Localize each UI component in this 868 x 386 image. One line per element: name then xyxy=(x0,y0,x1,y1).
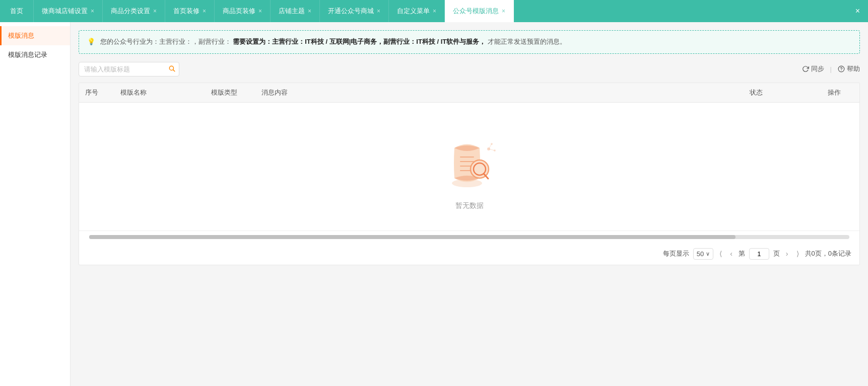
sync-label: 同步 xyxy=(811,64,824,73)
content-area: 💡 您的公众号行业为：主营行业：，副营行业： 需要设置为：主营行业：IT科技 /… xyxy=(71,22,868,386)
tab-label: 公众号模版消息 xyxy=(453,7,499,16)
tab-close-icon[interactable]: × xyxy=(308,8,311,15)
search-right: 同步 | 帮助 xyxy=(802,64,860,73)
table-wrap: 序号 模版名称 模版类型 消息内容 状态 操作 xyxy=(79,83,860,265)
tab-label: 首页装修 xyxy=(173,7,199,16)
total-text: 共0页，0条记录 xyxy=(805,249,851,258)
notice-icon: 💡 xyxy=(87,38,95,45)
search-input-wrap xyxy=(79,62,179,76)
help-button[interactable]: 帮助 xyxy=(838,64,860,73)
sync-button[interactable]: 同步 xyxy=(802,64,824,73)
sidebar-item-label: 模版消息 xyxy=(8,32,34,39)
next-page-button[interactable]: › xyxy=(784,249,790,259)
notice-box: 💡 您的公众号行业为：主营行业：，副营行业： 需要设置为：主营行业：IT科技 /… xyxy=(79,30,860,54)
sidebar-item-template-msg[interactable]: 模版消息 xyxy=(0,26,70,45)
sidebar: 模版消息 模版消息记录 xyxy=(0,22,71,386)
tab-home-decor[interactable]: 首页装修 × xyxy=(165,0,215,22)
tab-product-decor[interactable]: 商品页装修 × xyxy=(215,0,271,22)
tab-label: 微商城店铺设置 xyxy=(42,7,88,16)
th-type: 模版类型 xyxy=(205,88,255,97)
tab-product-category[interactable]: 商品分类设置 × xyxy=(103,0,165,22)
chevron-down-icon: ∨ xyxy=(706,251,710,257)
close-all-button[interactable]: × xyxy=(847,7,868,16)
th-content: 消息内容 xyxy=(255,88,744,97)
tab-close-icon[interactable]: × xyxy=(153,8,157,15)
search-button[interactable] xyxy=(168,65,175,73)
notice-suffix: 才能正常发送预置的消息。 xyxy=(488,38,566,45)
help-label: 帮助 xyxy=(847,64,860,73)
main-layout: 模版消息 模版消息记录 💡 您的公众号行业为：主营行业：，副营行业： 需要设置为… xyxy=(0,22,868,386)
tab-custom-menu[interactable]: 自定义菜单 × xyxy=(389,0,445,22)
tab-label: 自定义菜单 xyxy=(397,7,430,16)
divider: | xyxy=(830,65,832,73)
prev-page-button[interactable]: ‹ xyxy=(728,249,735,259)
first-page-button[interactable]: ⟨ xyxy=(717,249,724,259)
empty-state: 暂无数据 xyxy=(79,103,859,230)
th-action: 操作 xyxy=(809,88,859,97)
tab-close-icon[interactable]: × xyxy=(433,8,436,15)
sidebar-item-label: 模版消息记录 xyxy=(8,51,47,58)
tab-close-icon[interactable]: × xyxy=(377,8,380,15)
pagination: 每页显示 50 ∨ ⟨ ‹ 第 页 › ⟩ 共0页，0条记录 xyxy=(79,243,859,265)
svg-line-15 xyxy=(489,144,492,149)
fake-scrollbar[interactable] xyxy=(89,235,849,239)
scrollbar-row xyxy=(79,230,859,243)
th-name: 模版名称 xyxy=(114,88,205,97)
tab-open-store[interactable]: 开通公众号商城 × xyxy=(320,0,389,22)
th-seq: 序号 xyxy=(79,88,114,97)
notice-highlight: 需要设置为：主营行业：IT科技 / 互联网|电子商务，副营行业：IT科技 / I… xyxy=(233,38,486,45)
tab-label: 开通公众号商城 xyxy=(328,7,374,16)
tab-label: 店铺主题 xyxy=(279,7,305,16)
th-status: 状态 xyxy=(744,88,809,97)
top-nav: 首页 微商城店铺设置 × 商品分类设置 × 首页装修 × 商品页装修 × 店铺主… xyxy=(0,0,868,22)
page-size-label: 每页显示 xyxy=(663,249,689,258)
tab-label: 商品分类设置 xyxy=(111,7,150,16)
page-input[interactable] xyxy=(749,248,769,260)
svg-line-1 xyxy=(173,69,175,71)
tab-close-icon[interactable]: × xyxy=(258,8,262,15)
home-label: 首页 xyxy=(10,7,23,16)
search-input[interactable] xyxy=(79,62,179,76)
scrollbar-thumb[interactable] xyxy=(89,235,736,239)
search-bar: 同步 | 帮助 xyxy=(79,62,860,76)
tab-close-icon[interactable]: × xyxy=(203,8,206,15)
tab-template-msg[interactable]: 公众号模版消息 × xyxy=(445,0,514,22)
last-page-button[interactable]: ⟩ xyxy=(794,249,801,259)
page-label: 第 xyxy=(739,249,745,258)
notice-prefix: 您的公众号行业为：主营行业：，副营行业： xyxy=(100,38,231,45)
page-size-value: 50 xyxy=(697,250,704,258)
table-header: 序号 模版名称 模版类型 消息内容 状态 操作 xyxy=(79,83,859,103)
tab-label: 商品页装修 xyxy=(223,7,255,16)
tab-home[interactable]: 首页 xyxy=(0,0,34,22)
sidebar-item-template-msg-log[interactable]: 模版消息记录 xyxy=(0,45,70,64)
tab-close-icon[interactable]: × xyxy=(502,8,505,15)
page-size-select[interactable]: 50 ∨ xyxy=(693,248,713,260)
tab-store-theme[interactable]: 店铺主题 × xyxy=(271,0,320,22)
page-unit: 页 xyxy=(773,249,780,258)
tab-wsc-store[interactable]: 微商城店铺设置 × xyxy=(34,0,103,22)
tab-close-icon[interactable]: × xyxy=(91,8,94,15)
search-left xyxy=(79,62,179,76)
empty-illustration xyxy=(439,133,500,193)
empty-text: 暂无数据 xyxy=(455,201,484,210)
